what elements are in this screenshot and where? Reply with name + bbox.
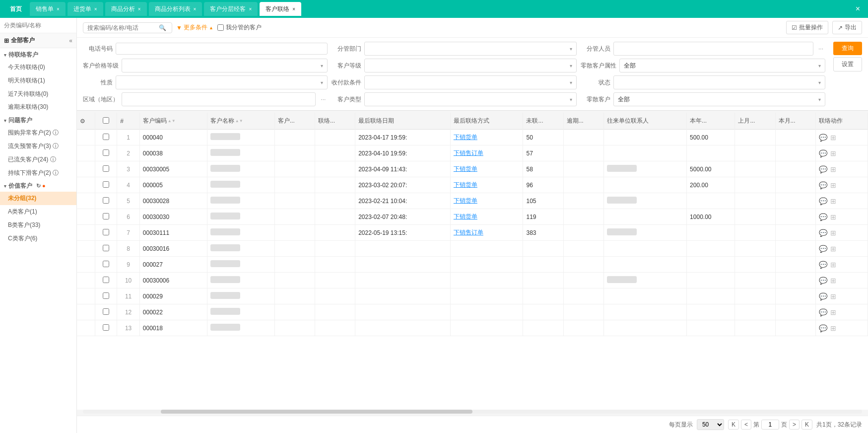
row-last-method-cell[interactable]: 下销货单 (450, 161, 523, 177)
action-chat-icon[interactable]: 💬 (819, 261, 827, 269)
filter-dept-select[interactable]: ▾ (364, 42, 576, 56)
row-checkbox-cell[interactable] (95, 241, 117, 257)
row-last-method-link[interactable]: 下销货单 (454, 197, 477, 204)
action-grid-icon[interactable]: ⊞ (830, 197, 836, 205)
sidebar-item-week[interactable]: 近7天待联络(0) (0, 87, 76, 101)
row-checkbox[interactable] (103, 213, 109, 219)
my-customers-checkbox[interactable] (217, 24, 224, 31)
row-checkbox[interactable] (103, 229, 109, 235)
export-button[interactable]: ↗ 导出 (832, 21, 862, 34)
first-page-button[interactable]: K (728, 420, 739, 430)
action-grid-icon[interactable]: ⊞ (830, 213, 836, 221)
action-grid-icon[interactable]: ⊞ (830, 292, 836, 300)
tab-goods-analysis[interactable]: 商品分析 × (105, 2, 147, 16)
filter-sparse-customer-select[interactable]: 全部 ▾ (613, 92, 825, 106)
row-checkbox-cell[interactable] (95, 145, 117, 161)
action-grid-icon[interactable]: ⊞ (830, 149, 836, 157)
sidebar-item-overdue[interactable]: 逾期未联络(30) (0, 100, 76, 114)
filter-customer-level-select[interactable]: ▾ (364, 59, 576, 72)
row-checkbox-cell[interactable] (95, 130, 117, 145)
select-all-checkbox[interactable] (103, 117, 109, 124)
col-name[interactable]: 客户名称 ▲▼ (207, 113, 274, 130)
row-last-method-link[interactable]: 下销售订单 (454, 149, 483, 156)
action-grid-icon[interactable]: ⊞ (830, 245, 836, 253)
col-code-sort[interactable]: ▲▼ (168, 119, 176, 123)
settings-icon[interactable]: ⚙ (80, 118, 85, 125)
filter-sparse-attr-select[interactable]: 全部 ▾ (619, 59, 825, 72)
sidebar-item-b-class[interactable]: B类客户(33) (0, 218, 76, 232)
row-checkbox-cell[interactable] (95, 161, 117, 177)
col-code[interactable]: 客户编码 ▲▼ (139, 113, 207, 130)
row-checkbox-cell[interactable] (95, 289, 117, 304)
row-last-method-link[interactable]: 下销货单 (454, 165, 477, 172)
tab-customer-contact-close[interactable]: × (292, 6, 295, 12)
sidebar-group-problem[interactable]: ▾ 问题客户 (0, 114, 76, 126)
sidebar-item-abnormal[interactable]: 囤购异常客户(2) ⓘ (0, 126, 76, 140)
query-button[interactable]: 查询 (833, 42, 862, 55)
row-checkbox[interactable] (103, 134, 109, 140)
next-page-button[interactable]: > (789, 420, 800, 430)
row-checkbox[interactable] (103, 165, 109, 172)
tab-home[interactable]: 首页 (4, 2, 28, 16)
action-chat-icon[interactable]: 💬 (819, 197, 827, 205)
sidebar-item-tomorrow[interactable]: 明天待联络(1) (0, 74, 76, 87)
tab-customer-segment-close[interactable]: × (249, 6, 252, 12)
sidebar-item-today[interactable]: 今天待联络(0) (0, 61, 76, 74)
all-customers-header[interactable]: ⊞ 全部客户 « (0, 33, 76, 48)
action-grid-icon[interactable]: ⊞ (830, 165, 836, 173)
search-input[interactable] (87, 24, 157, 31)
action-chat-icon[interactable]: 💬 (819, 308, 827, 316)
filter-price-level-select[interactable]: ▾ (122, 59, 328, 72)
tab-goods-analysis-close[interactable]: × (138, 6, 141, 12)
row-last-method-link[interactable]: 下销货单 (454, 213, 477, 220)
row-checkbox-cell[interactable] (95, 209, 117, 225)
row-checkbox[interactable] (103, 292, 109, 299)
row-last-method-link[interactable]: 下销售订单 (454, 229, 483, 236)
action-chat-icon[interactable]: 💬 (819, 324, 827, 332)
filter-nature-select[interactable]: ▾ (116, 75, 328, 89)
row-last-method-cell[interactable] (450, 257, 523, 273)
row-checkbox[interactable] (103, 277, 109, 283)
sidebar-group-pending[interactable]: ▾ 待联络客户 (0, 48, 76, 61)
action-grid-icon[interactable]: ⊞ (830, 181, 836, 189)
col-settings[interactable]: ⚙ (77, 113, 95, 130)
row-checkbox-cell[interactable] (95, 193, 117, 209)
row-checkbox[interactable] (103, 181, 109, 188)
action-grid-icon[interactable]: ⊞ (830, 134, 836, 142)
page-number-input[interactable] (761, 420, 779, 430)
row-checkbox-cell[interactable] (95, 273, 117, 289)
row-last-method-link[interactable]: 下销货单 (454, 134, 477, 141)
action-chat-icon[interactable]: 💬 (819, 181, 827, 189)
reset-button[interactable]: 设置 (833, 57, 862, 72)
refresh-icon[interactable]: ↻ (36, 183, 41, 189)
sidebar-item-lost[interactable]: 已流失客户(24) ⓘ (0, 153, 76, 166)
batch-ops-button[interactable]: ☑ 批量操作 (786, 21, 828, 34)
row-checkbox[interactable] (103, 245, 109, 251)
row-last-method-cell[interactable] (450, 241, 523, 257)
action-grid-icon[interactable]: ⊞ (830, 308, 836, 316)
filter-customer-type-select[interactable]: ▾ (364, 92, 576, 106)
row-last-method-cell[interactable]: 下销货单 (450, 177, 523, 193)
window-close-button[interactable]: × (852, 4, 864, 13)
filter-payment-select[interactable]: ▾ (364, 75, 576, 89)
col-name-sort[interactable]: ▲▼ (235, 119, 243, 123)
sidebar-search-input[interactable] (4, 22, 77, 29)
tab-sales-close[interactable]: × (57, 6, 60, 12)
more-conditions-btn[interactable]: ▼ 更多条件 ▲ (176, 23, 213, 32)
sidebar-item-ungraded[interactable]: 未分组(32) (0, 192, 76, 205)
tab-goods-analysis-list[interactable]: 商品分析列表 × (149, 2, 202, 16)
sidebar-item-declining[interactable]: 持续下滑客户(2) ⓘ (0, 166, 76, 180)
search-icon[interactable]: 🔍 (159, 24, 166, 31)
tab-purchase[interactable]: 进货单 × (67, 2, 103, 16)
action-chat-icon[interactable]: 💬 (819, 165, 827, 173)
row-last-method-link[interactable]: 下销货单 (454, 181, 477, 188)
row-last-method-cell[interactable]: 下销售订单 (450, 225, 523, 241)
row-checkbox-cell[interactable] (95, 177, 117, 193)
row-last-method-cell[interactable]: 下销货单 (450, 209, 523, 225)
action-chat-icon[interactable]: 💬 (819, 213, 827, 221)
row-last-method-cell[interactable] (450, 304, 523, 320)
action-chat-icon[interactable]: 💬 (819, 134, 827, 142)
filter-region-dots[interactable]: ··· (321, 96, 326, 103)
sidebar-item-c-class[interactable]: C类客户(6) (0, 232, 76, 245)
row-last-method-cell[interactable] (450, 320, 523, 336)
